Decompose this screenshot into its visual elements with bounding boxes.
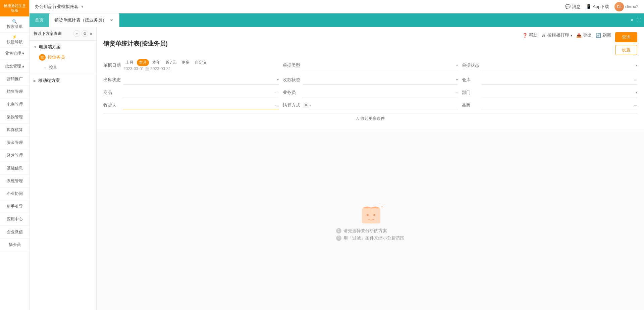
tab-sales-stats[interactable]: 销货单统计表（按业务员） ✕ [49,13,119,27]
sidebar-item-purchase-label: 采购管理 [1,114,28,120]
main-area: 办公用品行业模拟账套 ▾ 💬 消息 📱 App下载 Ea demo2 首页 [30,0,644,310]
user-profile-btn[interactable]: Ea demo2 [614,2,639,11]
scheme-add-btn[interactable]: + [73,30,80,37]
sidebar-item-system[interactable]: 系统管理 [0,175,29,188]
salesperson-more-icon[interactable]: ··· [454,90,458,95]
delivery-input[interactable]: ▾ [123,75,279,85]
sidebar-search-label: 搜索菜单 [2,24,27,30]
sidebar-logo[interactable]: 畅捷通好生意 标版 [0,0,29,16]
tab-home-label: 首页 [35,17,44,23]
brand-more-icon[interactable]: ··· [634,103,637,108]
svg-point-3 [373,214,375,216]
date-tab-last7[interactable]: 近7天 [164,59,178,66]
consignee-input[interactable]: ··· [123,101,279,110]
date-label: 单据日期 [103,62,121,68]
sidebar-logo-text: 畅捷通好生意 标版 [3,3,26,13]
sidebar-item-finance[interactable]: 资金管理 [0,137,29,149]
warehouse-input[interactable]: ··· [481,75,637,85]
tab-home[interactable]: 首页 [30,13,49,27]
sidebar-item-newuser[interactable]: 新手引导 [0,200,29,213]
filter-brand-field: 品牌 ··· [462,101,637,110]
warehouse-more-icon[interactable]: ··· [634,78,637,82]
sidebar-item-sales[interactable]: 销售管理 [0,86,29,98]
delivery-label: 出库状态 [103,77,121,83]
collapse-bar[interactable]: ∧ 收起更多条件 [103,113,637,123]
messages-btn[interactable]: 💬 消息 [565,4,581,10]
product-more-icon[interactable]: ··· [275,90,279,95]
hint-text-2: 用「过滤」条件来缩小分析范围 [343,235,405,241]
sidebar-item-newuser-label: 新手引导 [1,204,28,209]
product-input[interactable]: ··· [123,88,279,97]
sidebar-search[interactable]: 🔍 搜索菜单 [0,16,29,33]
settlement-label: 结算方式 [283,102,300,108]
department-label: 部门 [462,90,479,96]
date-tab-custom[interactable]: 自定义 [193,59,209,66]
refresh-btn[interactable]: 🔄 刷新 [596,32,611,38]
settlement-tag-close[interactable]: × [305,103,307,108]
sidebar-item-basic[interactable]: 基础信息 [0,162,29,175]
refresh-label: 刷新 [602,32,611,38]
desktop-scheme-group-header[interactable]: ▼ 电脑端方案 [30,42,96,52]
tabbar: 首页 销货单统计表（按业务员） ✕ ✕ ⛶ [30,13,644,27]
help-btn[interactable]: ❓ 帮助 [522,32,538,38]
export-btn[interactable]: 📤 导出 [576,32,592,38]
top-selector-dropdown-icon[interactable]: ▾ [81,4,84,9]
empty-state: 1 请先选择要分析的方案 2 用「过滤」条件来缩小分析范围 [336,198,405,241]
docstatus-input[interactable]: ▾ [482,61,637,70]
sidebar-item-member[interactable]: 畅会员 [0,239,29,251]
scheme-settings-btn[interactable]: ⚙ [82,30,88,37]
desktop-scheme-group-label: 电脑端方案 [39,44,61,50]
date-tab-thisyear[interactable]: 本年 [150,59,162,66]
sidebar-item-appcenter[interactable]: 应用中心 [0,213,29,226]
payment-input[interactable]: ▾ [303,75,458,85]
filter-row-3: 商品 ··· 业务员 ··· 部门 [103,88,637,97]
brand-input[interactable]: ··· [481,101,637,110]
query-btn[interactable]: 查询 [615,32,637,42]
sidebar-item-purchase[interactable]: 采购管理 [0,111,29,124]
sidebar-item-wechat[interactable]: 企业微信 [0,226,29,239]
doctype-input[interactable]: ▾ [303,61,458,70]
settlement-input[interactable]: × ▾ [303,101,458,110]
empty-hint-2: 2 用「过滤」条件来缩小分析范围 [336,235,405,241]
svg-point-5 [384,204,385,205]
filter-date-field: 单据日期 上月 本月 本年 近7天 更多 自定义 2023-03-01 至 20… [103,59,279,72]
filter-title-row: 销货单统计表(按业务员) ❓ 帮助 🖨 按模板打印 ▾ [103,32,637,55]
scheme-panel-actions: + ⚙ « [73,30,92,37]
department-input[interactable]: ▾ [481,88,637,97]
scheme-collapse-btn[interactable]: « [90,31,92,36]
tab-close-all-icon[interactable]: ✕ [630,17,634,23]
tab-sales-stats-label: 销货单统计表（按业务员） [54,17,107,23]
sidebar-item-wholesale-label: 批发管理 ▴ [1,63,28,69]
tab-maximize-icon[interactable]: ⛶ [637,17,641,23]
sidebar-item-retail[interactable]: 零售管理 ▾ [0,47,29,60]
sidebar-quick-nav-label: 快捷导航 [1,39,28,45]
sidebar-item-operations[interactable]: 经营管理 [0,149,29,162]
search-icon: 🔍 [2,19,27,24]
settings-btn[interactable]: 设置 [615,45,637,55]
scheme-item-salesperson[interactable]: 按 按业务员 [30,52,96,63]
sidebar-quick-nav[interactable]: ⚡ 快捷导航 [0,33,29,47]
sidebar-item-marketing[interactable]: 营销推广 [0,73,29,86]
salesperson-input[interactable]: ··· [302,88,458,97]
tab-sales-stats-close[interactable]: ✕ [109,17,114,23]
filter-delivery-field: 出库状态 ▾ [103,75,279,85]
app-download-btn[interactable]: 📱 App下载 [586,4,609,10]
date-tab-thismonth[interactable]: 本月 [137,59,149,66]
avatar: Ea [614,2,624,11]
sidebar-item-ecommerce[interactable]: 电商管理 [0,98,29,111]
print-btn[interactable]: 🖨 按模板打印 ▾ [542,32,572,38]
sidebar-item-member-label: 畅会员 [1,242,28,248]
sidebar-item-operations-label: 经营管理 [1,153,28,158]
scheme-item-order[interactable]: ↔ 按单 [30,63,96,72]
sidebar-item-wholesale[interactable]: 批发管理 ▴ [0,60,29,73]
hint-num-2: 2 [336,236,341,241]
filter-product-field: 商品 ··· [103,88,279,97]
date-tab-more[interactable]: 更多 [179,59,192,66]
date-tab-lastmonth[interactable]: 上月 [123,59,136,66]
payment-label: 收款状态 [283,77,300,83]
empty-hint-1: 1 请先选择要分析的方案 [336,228,405,234]
sidebar-item-inventory[interactable]: 库存核算 [0,124,29,137]
consignee-more-icon[interactable]: ··· [275,103,279,108]
mobile-scheme-group-header[interactable]: ▶ 移动端方案 [30,75,96,86]
sidebar-item-enterprise[interactable]: 企业协同 [0,188,29,200]
